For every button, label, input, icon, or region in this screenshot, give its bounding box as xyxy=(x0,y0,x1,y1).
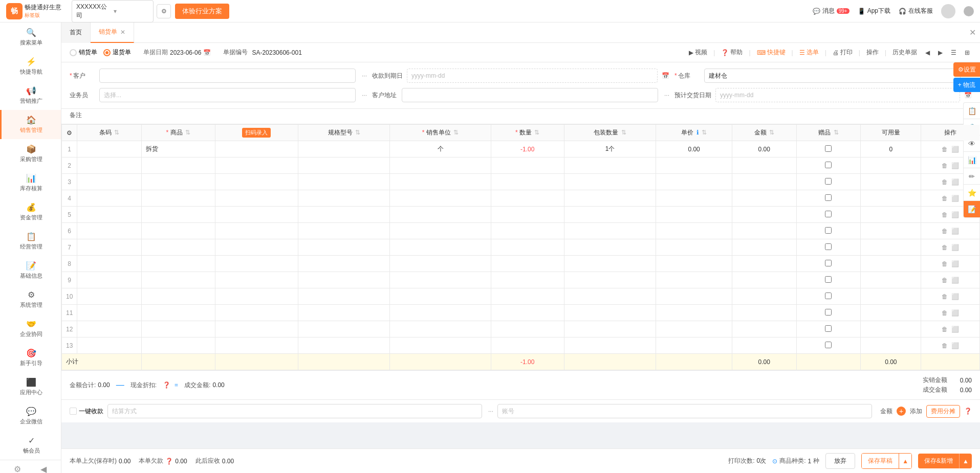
cell-unit[interactable] xyxy=(390,223,491,239)
cell-pack-qty[interactable] xyxy=(564,157,656,174)
cell-unit[interactable] xyxy=(390,305,491,321)
price-sort-icon[interactable]: ⇅ xyxy=(702,129,707,136)
cell-barcode[interactable] xyxy=(77,305,142,321)
cell-unit[interactable] xyxy=(390,239,491,256)
nav-prev-btn[interactable]: ◀ xyxy=(923,48,932,57)
total-debt-help-icon[interactable]: ❓ xyxy=(165,458,173,465)
cell-amount[interactable] xyxy=(732,223,796,239)
cell-amount[interactable] xyxy=(732,288,796,305)
cell-qty[interactable] xyxy=(491,288,564,305)
cell-unit-price[interactable] xyxy=(656,337,732,354)
cell-pack-qty[interactable] xyxy=(564,337,656,354)
delete-icon[interactable]: 🗑 xyxy=(942,178,948,186)
view-grid-btn[interactable]: ⊞ xyxy=(963,48,972,57)
save-new-button[interactable]: 保存&新增 xyxy=(918,454,960,468)
float-btn-7[interactable]: 📝 xyxy=(964,201,980,217)
sidebar-item-wechat[interactable]: 💬 企业微信 xyxy=(0,401,61,431)
cell-unit-price[interactable] xyxy=(656,223,732,239)
delete-icon[interactable]: 🗑 xyxy=(942,326,948,333)
cell-product[interactable] xyxy=(142,174,215,190)
expected-date-input[interactable]: yyyy-mm-dd xyxy=(715,88,960,102)
view-list-btn[interactable]: ☰ xyxy=(949,48,959,57)
cell-pack-qty[interactable]: 1个 xyxy=(564,141,656,157)
cell-gift[interactable] xyxy=(796,157,861,174)
cell-gift[interactable] xyxy=(796,272,861,288)
radio-sales[interactable]: 销货单 xyxy=(70,48,97,57)
delete-icon[interactable]: 🗑 xyxy=(942,260,948,267)
cell-gift[interactable] xyxy=(796,305,861,321)
due-date-calendar-icon[interactable]: 📅 xyxy=(662,72,669,79)
cell-pack-qty[interactable] xyxy=(564,272,656,288)
cell-barcode[interactable] xyxy=(77,321,142,337)
cell-unit[interactable] xyxy=(390,337,491,354)
delete-icon[interactable]: 🗑 xyxy=(942,277,948,284)
sidebar-item-system[interactable]: ⚙ 系统管理 xyxy=(0,285,61,314)
cell-pack-qty[interactable] xyxy=(564,190,656,207)
cell-spec[interactable] xyxy=(298,272,390,288)
expense-split-button[interactable]: 费用分摊 xyxy=(926,405,960,418)
cell-barcode[interactable] xyxy=(77,239,142,256)
copy-icon[interactable]: ⬜ xyxy=(951,342,959,349)
cell-unit[interactable] xyxy=(390,174,491,190)
cell-barcode[interactable] xyxy=(77,141,142,157)
cell-product[interactable] xyxy=(142,190,215,207)
expected-date-calendar-icon[interactable]: 📅 xyxy=(964,92,972,99)
delete-icon[interactable]: 🗑 xyxy=(942,195,948,202)
help-btn[interactable]: ❓ 帮助 xyxy=(719,47,745,58)
sidebar-item-basic[interactable]: 📝 基础信息 xyxy=(0,256,61,285)
cell-unit-price[interactable] xyxy=(656,256,732,272)
cell-product[interactable] xyxy=(142,288,215,305)
cell-pack-qty[interactable] xyxy=(564,207,656,223)
abandon-button[interactable]: 放弃 xyxy=(825,453,855,469)
cell-qty[interactable] xyxy=(491,305,564,321)
delete-icon[interactable]: 🗑 xyxy=(942,146,948,153)
salesperson-dots-button[interactable]: ··· xyxy=(362,92,367,99)
copy-icon[interactable]: ⬜ xyxy=(951,228,959,235)
col-settings[interactable]: ⚙ xyxy=(62,125,77,141)
save-draft-dropdown-button[interactable]: ▲ xyxy=(899,454,911,468)
customer-input[interactable] xyxy=(99,69,356,83)
cell-spec[interactable] xyxy=(298,305,390,321)
sidebar-item-marketing[interactable]: 📢 营销推广 xyxy=(0,81,61,110)
cell-barcode[interactable] xyxy=(77,288,142,305)
shortcut-btn[interactable]: ⌨ 快捷键 xyxy=(755,47,788,58)
sidebar-settings-button[interactable]: ⚙ xyxy=(4,464,31,473)
cell-amount[interactable] xyxy=(732,305,796,321)
cell-unit[interactable]: 个 xyxy=(390,141,491,157)
print-btn[interactable]: 🖨 打印 xyxy=(831,47,855,58)
cell-qty[interactable] xyxy=(491,207,564,223)
cell-qty[interactable] xyxy=(491,174,564,190)
calc-help-icon[interactable]: ❓ xyxy=(163,381,170,389)
cell-unit-price[interactable] xyxy=(656,157,732,174)
float-btn-5[interactable]: ✏ xyxy=(964,168,980,185)
payment-account-input[interactable]: 账号 xyxy=(497,404,872,418)
cell-pack-qty[interactable] xyxy=(564,321,656,337)
cell-unit[interactable] xyxy=(390,157,491,174)
delete-icon[interactable]: 🗑 xyxy=(942,211,948,218)
cell-gift[interactable] xyxy=(796,190,861,207)
trial-button[interactable]: 体验行业方案 xyxy=(175,4,229,19)
app-download-button[interactable]: 📱 App下载 xyxy=(858,7,890,15)
cell-gift[interactable] xyxy=(796,256,861,272)
cell-spec[interactable] xyxy=(298,141,390,157)
cell-qty[interactable]: -1.00 xyxy=(491,141,564,157)
cell-amount[interactable]: 0.00 xyxy=(732,141,796,157)
qty-sort-icon[interactable]: ⇅ xyxy=(534,129,539,136)
history-btn[interactable]: 历史单据 xyxy=(890,47,919,58)
cell-amount[interactable] xyxy=(732,321,796,337)
cell-amount[interactable] xyxy=(732,190,796,207)
cell-amount[interactable] xyxy=(732,174,796,190)
cell-unit-price[interactable] xyxy=(656,305,732,321)
cell-unit-price[interactable] xyxy=(656,239,732,256)
gift-sort-icon[interactable]: ⇅ xyxy=(834,129,839,136)
barcode-sort-icon[interactable]: ⇅ xyxy=(114,129,119,136)
delete-icon[interactable]: 🗑 xyxy=(942,162,948,169)
cell-barcode[interactable] xyxy=(77,223,142,239)
cell-unit-price[interactable] xyxy=(656,190,732,207)
cell-unit-price[interactable] xyxy=(656,272,732,288)
message-button[interactable]: 💬 消息 99+ xyxy=(813,7,850,15)
price-info-icon[interactable]: ℹ xyxy=(696,129,699,136)
cell-product[interactable] xyxy=(142,239,215,256)
cell-unit[interactable] xyxy=(390,256,491,272)
cell-product[interactable] xyxy=(142,157,215,174)
